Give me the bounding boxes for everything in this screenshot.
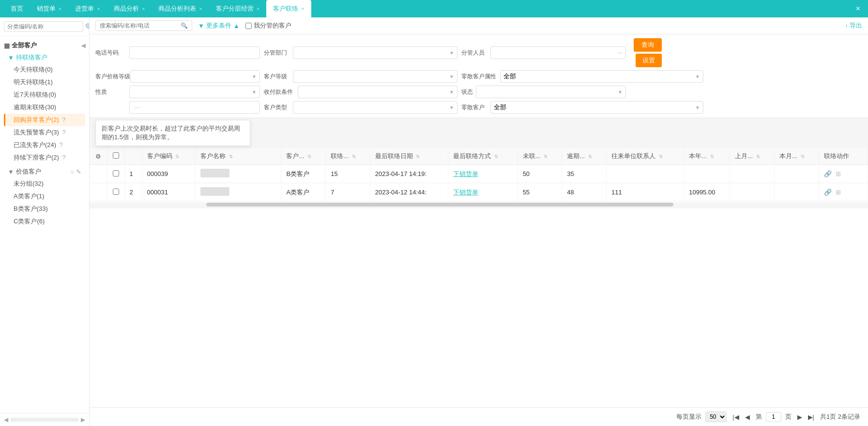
status-select[interactable]: ▼ [476, 86, 626, 98]
settings-button[interactable]: 设置 [636, 54, 662, 67]
nav-close-purchase[interactable]: × [97, 6, 100, 12]
sidebar-item-a-class[interactable]: A类客户(1) [4, 190, 85, 203]
sidebar-item-persistent-down[interactable]: 持续下滑客户(2) ? [4, 151, 85, 164]
nav-close-analysis-list[interactable]: × [199, 6, 202, 12]
all-customers-header[interactable]: ▦ 全部客户 ◀ [4, 39, 85, 52]
scrollbar-thumb[interactable] [206, 203, 673, 206]
sidebar-item-b-class[interactable]: B类客户(33) [4, 203, 85, 215]
col-name[interactable]: 客户名称 ⇅ [196, 148, 281, 165]
payment-select[interactable]: ▼ [298, 86, 457, 98]
nav-item-customer-mgmt[interactable]: 客户分层经营 × [209, 0, 266, 17]
sidebar-item-ungrouped[interactable]: 未分组(32) [4, 177, 85, 190]
col-this-year-label: 本年... [689, 152, 707, 160]
col-last-month[interactable]: 上月... ⇅ [730, 148, 775, 165]
customer-type-select[interactable]: ▼ [293, 101, 457, 114]
data-table: ⚙ 客户编码 ⇅ 客户名称 ⇅ [90, 148, 868, 202]
sidebar-item-repurchase-abnormal[interactable]: 回购异常客户(2) ? [4, 114, 85, 126]
sidebar-item-lost[interactable]: 已流失客户(24) ? [4, 139, 85, 151]
sidebar-item-lost-preview[interactable]: 流失预警客户(3) ? [4, 126, 85, 139]
customer-level-select[interactable]: ▼ [293, 70, 457, 83]
next-page-btn[interactable]: ▶ [795, 413, 804, 421]
col-company-contact[interactable]: 往来单位联系人 ⇅ [607, 148, 684, 165]
col-overdue[interactable]: 逾期... ⇅ [562, 148, 607, 165]
nav-close-customer-mgmt[interactable]: × [257, 6, 259, 12]
phone-input[interactable] [129, 46, 260, 59]
last-page-btn[interactable]: ▶| [806, 413, 816, 421]
row1-link-icon[interactable]: 🔗 [824, 170, 832, 177]
sidebar-search-icon[interactable]: 🔍 [85, 23, 90, 30]
sort-icon-not-contacted: ⇅ [544, 154, 548, 159]
ungrouped-label: 未分组(32) [14, 180, 44, 187]
sidebar-item-overdue[interactable]: 逾期未联络(30) [4, 101, 85, 114]
sidebar-item-7days[interactable]: 近7天待联络(0) [4, 88, 85, 101]
nav-item-purchase[interactable]: 进货单 × [68, 0, 107, 17]
edit-icon[interactable]: ✎ [76, 168, 81, 176]
sidebar-left-arrow[interactable]: ◀ [4, 416, 8, 423]
nav-item-home[interactable]: 首页 [4, 0, 30, 17]
manager-input[interactable]: ··· [490, 46, 626, 59]
sidebar-item-today[interactable]: 今天待联络(0) [4, 63, 85, 76]
nav-item-analysis[interactable]: 商品分析 × [107, 0, 152, 17]
pending-contact-group[interactable]: ▼ 待联络客户 [4, 52, 85, 63]
circle-icon[interactable]: ○ [70, 168, 74, 176]
filter-row-1: 电话号码 分管部门 ▼ 分管人员 ··· 查询 设置 [95, 38, 862, 67]
row2-checkbox-input[interactable] [113, 189, 119, 195]
row2-link-icon[interactable]: 🔗 [824, 189, 832, 196]
sidebar-item-c-class[interactable]: C类客户(6) [4, 215, 85, 228]
row2-grid-icon[interactable]: ⊞ [836, 189, 841, 196]
dept-select[interactable]: ▼ [293, 46, 457, 59]
nav-close-analysis[interactable]: × [142, 6, 145, 12]
col-settings[interactable]: ⚙ [90, 148, 107, 165]
retail-customer-select[interactable]: 全部 ▼ [490, 101, 703, 114]
per-page-select[interactable]: 50 [705, 411, 727, 422]
row1-last-contact-method[interactable]: 下销货单 [448, 165, 518, 183]
select-all-checkbox[interactable] [113, 152, 119, 159]
more-conditions-btn[interactable]: ▼ 更多条件 ▲ [198, 21, 240, 30]
row2-method-link[interactable]: 下销货单 [453, 189, 478, 196]
row1-method-link[interactable]: 下销货单 [453, 170, 478, 177]
collapse-icon[interactable]: ◀ [81, 43, 85, 49]
row1-checkbox-input[interactable] [113, 170, 119, 176]
sort-icon-this-month: ⇅ [801, 154, 805, 159]
query-button[interactable]: 查询 [634, 38, 662, 52]
retail-attr-select[interactable]: 全部 ▼ [500, 70, 703, 83]
my-customers-checkbox[interactable] [245, 23, 252, 29]
prev-page-btn[interactable]: ◀ [743, 413, 752, 421]
col-category[interactable]: 客户... ⇅ [281, 148, 326, 165]
sidebar: 🔍 ▦ 全部客户 ◀ ▼ 待联络客户 今天待联络(0) 明天待联络(1) 近7天… [0, 17, 90, 426]
col-contact[interactable]: 联络... ⇅ [326, 148, 370, 165]
sort-icon-overdue: ⇅ [588, 154, 592, 159]
nav-close-sales[interactable]: × [59, 6, 61, 12]
sidebar-right-arrow[interactable]: ▶ [81, 416, 85, 423]
col-this-month[interactable]: 本月... ⇅ [775, 148, 819, 165]
export-button[interactable]: ↑ 导出 [845, 21, 863, 30]
dots-input[interactable]: ··· [129, 101, 260, 114]
search-icon[interactable]: 🔍 [181, 22, 188, 29]
value-customer-header[interactable]: ▼ 价值客户 ○ ✎ [4, 166, 85, 177]
col-code[interactable]: 客户编码 ⇅ [142, 148, 196, 165]
first-page-btn[interactable]: |◀ [731, 413, 741, 421]
sort-icon-method: ⇅ [494, 154, 498, 159]
row1-last-contact-date: 2023-04-17 14:19: [370, 165, 448, 183]
page-input[interactable] [766, 412, 781, 422]
nav-item-customer-contact[interactable]: 客户联络 × [266, 0, 311, 17]
price-level-select[interactable]: ▼ [130, 70, 260, 83]
col-last-contact-method[interactable]: 最后联络方式 ⇅ [448, 148, 518, 165]
nature-select[interactable]: ▼ [129, 86, 260, 98]
row2-last-contact-method[interactable]: 下销货单 [448, 183, 518, 202]
sidebar-search-input[interactable] [4, 21, 83, 32]
col-last-contact-date[interactable]: 最后联络日期 ⇅ [370, 148, 448, 165]
window-close-button[interactable]: × [852, 4, 864, 13]
nav-item-analysis-list[interactable]: 商品分析列表 × [152, 0, 209, 17]
horizontal-scrollbar[interactable] [90, 203, 868, 208]
row2-settings [90, 183, 107, 202]
search-input[interactable] [100, 22, 181, 29]
row2-this-year: 10995.00 [684, 183, 730, 202]
col-category-label: 客户... [286, 152, 304, 160]
row1-grid-icon[interactable]: ⊞ [836, 170, 841, 177]
sidebar-item-tomorrow[interactable]: 明天待联络(1) [4, 76, 85, 88]
nav-item-sales[interactable]: 销货单 × [30, 0, 68, 17]
col-this-year[interactable]: 本年... ⇅ [684, 148, 730, 165]
nav-close-customer-contact[interactable]: × [301, 6, 304, 12]
col-not-contacted[interactable]: 未联... ⇅ [518, 148, 562, 165]
